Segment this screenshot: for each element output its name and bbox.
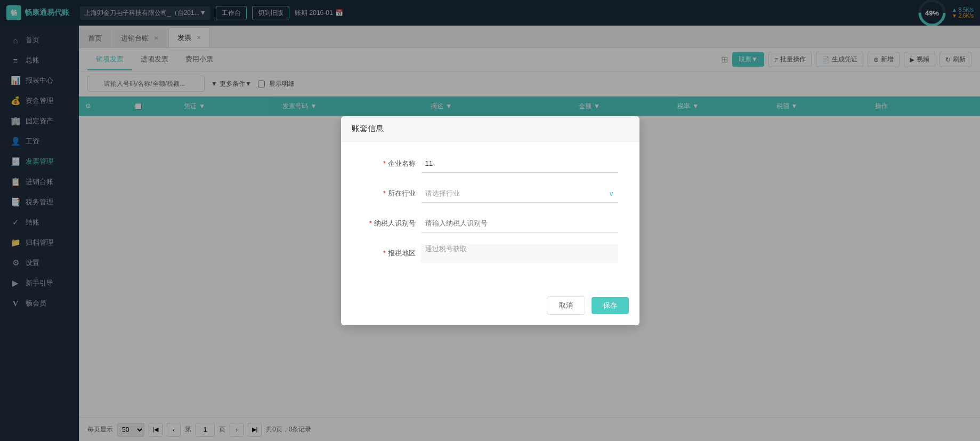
industry-select-wrap: 请选择行业 ∨ xyxy=(421,185,618,203)
dialog-header: 账套信息 xyxy=(341,116,639,142)
dialog-body: * 企业名称 * 所在行业 请选择行业 ∨ xyxy=(341,142,639,290)
tax-id-label-text: 纳税人识别号 xyxy=(374,219,416,227)
tax-region-label: * 报税地区 xyxy=(362,248,421,258)
company-name-input[interactable] xyxy=(421,155,618,173)
dialog-footer: 取消 保存 xyxy=(341,290,639,325)
industry-label-text: 所在行业 xyxy=(388,189,416,197)
cancel-button[interactable]: 取消 xyxy=(547,296,585,315)
save-button[interactable]: 保存 xyxy=(592,297,629,314)
tax-region-row: * 报税地区 通过税号获取 xyxy=(362,244,618,262)
account-info-dialog: 账套信息 * 企业名称 * 所在行业 请选择行业 xyxy=(341,116,639,325)
company-name-label: * 企业名称 xyxy=(362,159,421,169)
tax-region-label-text: 报税地区 xyxy=(388,249,416,257)
tax-region-placeholder: 通过税号获取 xyxy=(425,245,467,253)
tax-region-display: 通过税号获取 xyxy=(421,244,618,262)
industry-select[interactable]: 请选择行业 xyxy=(421,185,618,203)
tax-id-label: * 纳税人识别号 xyxy=(362,219,421,228)
dialog-title: 账套信息 xyxy=(352,124,384,133)
company-label-text: 企业名称 xyxy=(388,159,416,167)
company-name-row: * 企业名称 xyxy=(362,155,618,173)
industry-label: * 所在行业 xyxy=(362,189,421,198)
tax-id-row: * 纳税人识别号 xyxy=(362,214,618,232)
tax-id-input[interactable] xyxy=(421,214,618,232)
industry-row: * 所在行业 请选择行业 ∨ xyxy=(362,185,618,203)
modal-overlay: 账套信息 * 企业名称 * 所在行业 请选择行业 xyxy=(0,0,980,441)
